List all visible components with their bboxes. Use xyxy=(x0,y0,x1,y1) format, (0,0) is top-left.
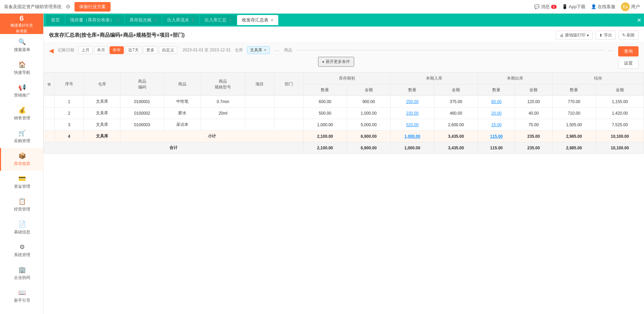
marketing-icon: 📢 xyxy=(18,84,26,91)
subtotal-row: 4 文具库 小计 2,100.00 6,900.00 1,000.00 3,43… xyxy=(44,131,644,142)
subtotal-closing-qty: 2,985.00 xyxy=(552,131,596,142)
table-container: ⚙ 序号 仓库 商品编码 商品 商品规格型号 项目 部门 库存期初 本期入库 本 xyxy=(44,72,644,154)
subtotal-in-qty[interactable]: 1,000.00 xyxy=(391,131,434,142)
date-btn-last-month[interactable]: 上月 xyxy=(78,46,93,54)
goods-more-button[interactable]: ··· xyxy=(608,48,614,53)
footer-out-amount: 235.00 xyxy=(515,142,552,154)
tab-collect-summary-close[interactable]: ✕ xyxy=(270,18,274,22)
row-product-name-2: 采访本 xyxy=(164,119,201,131)
date-btn-this-year[interactable]: 本年 xyxy=(110,46,124,54)
close-all-tabs-button[interactable]: ✕ xyxy=(637,17,641,23)
row-warehouse-1: 文具库 xyxy=(84,108,120,119)
row-in-qty-2[interactable]: 520.00 xyxy=(391,119,434,131)
row-no-0: 1 xyxy=(55,96,84,108)
subtotal-settings[interactable] xyxy=(44,131,55,142)
tab-batch-account-label: 库存批次账 xyxy=(130,17,152,23)
row-out-qty-2[interactable]: 15.00 xyxy=(478,119,515,131)
content-area: 首页 现存量（库存分布表） ✕ 库存批次账 ✕ 出入库流水 ✕ 出入库汇总 ✕ xyxy=(44,14,644,314)
print-button[interactable]: 🖨 拨钱版打印 ▾ xyxy=(556,31,593,40)
sidebar-item-guide[interactable]: 📖 新手引导 xyxy=(0,285,43,308)
warehouse-more-button[interactable]: ··· xyxy=(274,48,280,53)
row-in-amount-0: 375.00 xyxy=(434,96,478,108)
tab-batch-account-close[interactable]: ✕ xyxy=(154,18,157,22)
col-closing-qty-header: 数量 xyxy=(552,84,596,96)
row-product-code-0: 0100001 xyxy=(120,96,164,108)
set-button[interactable]: 设置 xyxy=(618,58,639,69)
sidebar-item-enterprise[interactable]: 🏢 企业协同 xyxy=(0,262,43,285)
expand-filter-button[interactable]: ▾ 展开更多条件 xyxy=(318,57,354,67)
row-opening-amount-1: 1,000.00 xyxy=(347,108,391,119)
row-warehouse-0: 文具库 xyxy=(84,96,120,108)
app-download-button[interactable]: 📱 App下载 xyxy=(562,4,585,10)
tab-flow[interactable]: 出入库流水 ✕ xyxy=(162,15,199,25)
sidebar-item-marketing[interactable]: 📢 营销推广 xyxy=(0,80,43,102)
message-button[interactable]: 💬 消息 6 xyxy=(534,4,557,10)
enterprise-icon: 🏢 xyxy=(18,266,26,274)
row-out-qty-1[interactable]: 20.00 xyxy=(478,108,515,119)
user-button[interactable]: Ea 用户 xyxy=(621,2,640,11)
row-closing-amount-2: 7,525.00 xyxy=(596,119,644,131)
goods-input[interactable] xyxy=(296,50,604,50)
sidebar-item-purchase[interactable]: 🛒 采购管理 xyxy=(0,125,43,148)
sidebar-item-sales[interactable]: 💰 销售管理 xyxy=(0,102,43,125)
export-button[interactable]: ⬆ 导出 xyxy=(595,31,616,40)
table-row: 1 文具库 0100001 中性笔 0.7mm 600.00 900.00 25… xyxy=(44,96,644,108)
expand-row: ▾ 展开更多条件 xyxy=(58,57,614,67)
tab-flow-close[interactable]: ✕ xyxy=(191,18,194,22)
col-product-spec-header: 商品规格型号 xyxy=(201,73,245,96)
warehouse-tag-close[interactable]: ✕ xyxy=(264,48,267,52)
row-closing-amount-1: 1,420.00 xyxy=(596,108,644,119)
row-out-qty-0[interactable]: 80.00 xyxy=(478,96,515,108)
date-btn-this-month[interactable]: 本月 xyxy=(94,46,108,54)
sidebar-item-finance[interactable]: 💳 资金管理 xyxy=(0,171,43,194)
date-btn-more[interactable]: 更多 xyxy=(143,46,158,54)
sidebar-item-search[interactable]: 🔍 搜索菜单 xyxy=(0,34,43,57)
tab-summary-close[interactable]: ✕ xyxy=(229,18,232,22)
online-service-button[interactable]: 👤 在线客服 xyxy=(591,4,615,10)
tab-batch-account[interactable]: 库存批次账 ✕ xyxy=(125,15,162,25)
row-product-name-0: 中性笔 xyxy=(164,96,201,108)
row-settings-2[interactable] xyxy=(44,119,55,131)
refresh-button[interactable]: ↻ 刷新 xyxy=(618,31,639,40)
col-dept-header: 部门 xyxy=(274,73,303,96)
subtotal-out-qty[interactable]: 115.00 xyxy=(478,131,515,142)
footer-out-qty: 115.00 xyxy=(478,142,515,154)
date-btn-7days[interactable]: 近7天 xyxy=(125,46,142,54)
row-dept-0 xyxy=(274,96,303,108)
sidebar-item-operations[interactable]: 📋 经营管理 xyxy=(0,194,43,216)
col-settings[interactable]: ⚙ xyxy=(44,73,55,96)
tab-bar: 首页 现存量（库存分布表） ✕ 库存批次账 ✕ 出入库流水 ✕ 出入库汇总 ✕ xyxy=(44,14,644,27)
tab-collect-summary[interactable]: 收发存汇总表 ✕ xyxy=(237,15,278,25)
settings-icon[interactable]: ⚙ xyxy=(66,3,70,10)
sidebar-item-system[interactable]: ⚙ 系统管理 xyxy=(0,239,43,262)
footer-in-qty: 1,000.00 xyxy=(391,142,434,154)
subtotal-no: 4 xyxy=(55,131,84,142)
collapse-filter-icon[interactable]: ◀ xyxy=(49,47,54,54)
tab-summary[interactable]: 出入库汇总 ✕ xyxy=(200,15,236,25)
trial-button[interactable]: 体验行业方案 xyxy=(75,2,111,12)
row-settings-0[interactable] xyxy=(44,96,55,108)
message-label: 消息 xyxy=(541,4,550,10)
date-range-display: 2023-01-01 至 2023-12-31 xyxy=(183,47,231,53)
table-body: 1 文具库 0100001 中性笔 0.7mm 600.00 900.00 25… xyxy=(44,96,644,142)
sidebar-item-inventory[interactable]: 📦 库存核算 xyxy=(0,148,43,171)
sidebar-item-basic-info[interactable]: 📄 基础信息 xyxy=(0,216,43,239)
col-no-header: 序号 xyxy=(55,73,84,96)
row-in-qty-0[interactable]: 250.00 xyxy=(391,96,434,108)
row-in-qty-1[interactable]: 230.00 xyxy=(391,108,434,119)
tab-home-label: 首页 xyxy=(51,17,60,23)
sidebar-item-quick-nav[interactable]: 🏠 快捷导航 xyxy=(0,57,43,80)
row-product-spec-0: 0.7mm xyxy=(201,96,245,108)
row-opening-amount-2: 5,000.00 xyxy=(347,119,391,131)
col-warehouse-header: 仓库 xyxy=(84,73,120,96)
query-button[interactable]: 查询 xyxy=(618,46,639,56)
sidebar-label-purchase: 采购管理 xyxy=(14,138,30,144)
tab-inventory-dist-close[interactable]: ✕ xyxy=(116,18,119,22)
row-settings-1[interactable] xyxy=(44,108,55,119)
tab-inventory-dist[interactable]: 现存量（库存分布表） ✕ xyxy=(65,15,124,25)
tab-home[interactable]: 首页 xyxy=(46,15,65,25)
subtotal-warehouse: 文具库 xyxy=(84,131,120,142)
logo-icon: 6 xyxy=(19,14,23,23)
main-layout: 6 畅捷通好生意 标准版 🔍 搜索菜单 🏠 快捷导航 📢 营销推广 💰 销售管理 xyxy=(0,14,644,314)
date-btn-custom[interactable]: 自定义 xyxy=(159,46,177,54)
